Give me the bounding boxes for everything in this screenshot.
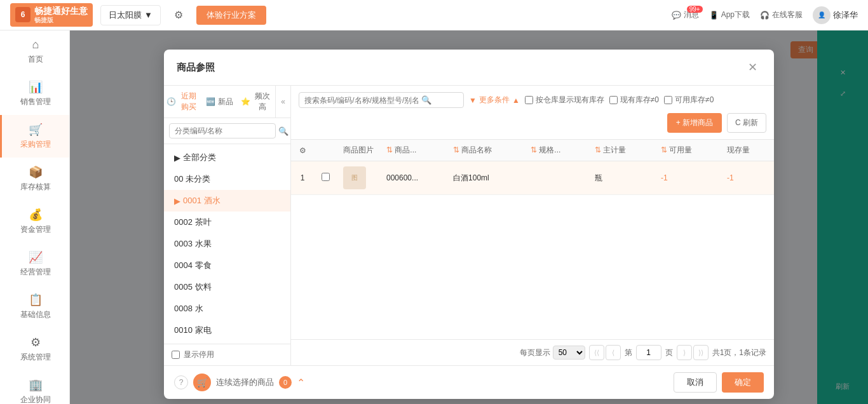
footer-buttons: 取消 确定 bbox=[674, 372, 764, 393]
right-panel: 🔍 ▼ 更多条件 ▲ 按仓库显示现有库存 bbox=[291, 86, 774, 365]
per-page-select[interactable]: 50 10 20 100 bbox=[553, 346, 585, 360]
col-settings[interactable]: ⚙ bbox=[291, 140, 314, 161]
row-code: 000600... bbox=[380, 161, 447, 195]
cancel-button[interactable]: 取消 bbox=[674, 372, 717, 393]
modal-overlay: 商品参照 ✕ 🕒 近期购买 🆕 bbox=[70, 30, 868, 404]
product-thumbnail: 图 bbox=[343, 166, 366, 189]
category-search-icon[interactable]: 🔍 bbox=[278, 126, 288, 136]
col-spec[interactable]: ⇅ 规格... bbox=[524, 140, 588, 161]
collapse-arrow-icon[interactable]: ⌃ bbox=[297, 377, 305, 389]
settings-icon[interactable]: ⚙ bbox=[168, 5, 189, 25]
cart-icon[interactable]: 🛒 bbox=[193, 374, 211, 391]
main-layout: ⌂ 首页 📊 销售管理 🛒 采购管理 📦 库存核算 💰 资金管理 📈 经营管理 … bbox=[0, 30, 868, 404]
basic-icon: 📋 bbox=[29, 293, 43, 307]
pagination: 每页显示 50 10 20 100 ⟨⟨ ⟨ bbox=[291, 339, 774, 365]
category-list: ▶ 全部分类 00 未分类 ▶ 0001 酒水 0002 茶 bbox=[164, 144, 290, 344]
category-search-input[interactable] bbox=[169, 123, 276, 138]
category-0003[interactable]: 0003 水果 bbox=[164, 233, 290, 255]
checkbox-warehouse-stock[interactable]: 按仓库显示现有库存 bbox=[525, 95, 604, 105]
online-service[interactable]: 🎧 在线客服 bbox=[760, 10, 803, 20]
sort-icon-name: ⇅ bbox=[453, 145, 459, 154]
tab-new[interactable]: 🆕 新品 bbox=[201, 86, 238, 118]
sidebar-item-enterprise[interactable]: 🏢 企业协同 bbox=[0, 370, 69, 404]
sidebar-item-basic[interactable]: 📋 基础信息 bbox=[0, 285, 69, 328]
sort-icon-available: ⇅ bbox=[661, 145, 667, 154]
row-spec bbox=[524, 161, 588, 195]
checkbox-available-stock[interactable]: 现有库存≠0 bbox=[609, 95, 659, 105]
filter-icon: ▼ bbox=[469, 96, 477, 105]
cart-area: ? 🛒 连续选择的商品 0 ⌃ bbox=[174, 374, 667, 391]
table-row[interactable]: 1 图 000600... 白酒100ml 瓶 -1 -1 bbox=[291, 161, 774, 195]
dialog: 商品参照 ✕ 🕒 近期购买 🆕 bbox=[164, 50, 774, 399]
page-number-input[interactable] bbox=[636, 345, 661, 360]
product-search-input[interactable] bbox=[304, 96, 419, 105]
sidebar-item-sales[interactable]: 📊 销售管理 bbox=[0, 72, 69, 115]
sidebar-item-stock[interactable]: 📦 库存核算 bbox=[0, 158, 69, 200]
logo-icon: 6 bbox=[15, 7, 31, 22]
more-filter-button[interactable]: ▼ 更多条件 ▲ bbox=[469, 95, 520, 105]
logo: 6 畅捷通好生意 畅捷版 bbox=[10, 3, 93, 27]
category-0002[interactable]: 0002 茶叶 bbox=[164, 212, 290, 233]
chevron-down-icon: ▼ bbox=[144, 10, 153, 20]
enterprise-icon: 🏢 bbox=[29, 378, 43, 392]
sidebar-item-purchase[interactable]: 🛒 采购管理 bbox=[0, 115, 69, 158]
help-icon[interactable]: ? bbox=[174, 375, 188, 389]
row-available: -1 bbox=[654, 161, 721, 195]
company-dropdown[interactable]: 日太阳膜 ▼ bbox=[100, 5, 161, 25]
show-disabled-checkbox[interactable] bbox=[172, 351, 180, 359]
left-search-area: 🔍 bbox=[164, 118, 290, 144]
sidebar-item-home[interactable]: ⌂ 首页 bbox=[0, 30, 69, 72]
message-icon[interactable]: 💬 消息 99+ bbox=[672, 10, 699, 20]
recent-icon: 🕒 bbox=[166, 97, 176, 106]
trial-button[interactable]: 体验行业方案 bbox=[196, 6, 266, 25]
col-unit[interactable]: ⇅ 主计量 bbox=[588, 140, 654, 161]
collapse-button[interactable]: « bbox=[275, 86, 290, 118]
page-size-selector: 每页显示 50 10 20 100 bbox=[520, 346, 585, 360]
expand-arrow-icon: ▶ bbox=[174, 153, 180, 163]
tab-frequent[interactable]: ⭐ 频次高 bbox=[238, 86, 275, 118]
logo-text: 畅捷通好生意 畅捷版 bbox=[34, 6, 88, 24]
category-0005[interactable]: 0005 饮料 bbox=[164, 276, 290, 298]
category-0008[interactable]: 0008 水 bbox=[164, 298, 290, 320]
sales-icon: 📊 bbox=[29, 80, 43, 94]
sidebar-item-system[interactable]: ⚙ 系统管理 bbox=[0, 328, 69, 370]
page-total-info: 共1页，1条记录 bbox=[712, 347, 766, 358]
sort-icon: ⇅ bbox=[386, 145, 393, 154]
category-0010[interactable]: 0010 家电 bbox=[164, 320, 290, 341]
row-checkbox[interactable] bbox=[314, 161, 337, 195]
dialog-close-button[interactable]: ✕ bbox=[743, 58, 761, 76]
first-page-button[interactable]: ⟨⟨ bbox=[589, 345, 604, 360]
refresh-button[interactable]: C 刷新 bbox=[727, 113, 766, 133]
next-page-button[interactable]: ⟩ bbox=[677, 345, 692, 360]
left-panel: 🕒 近期购买 🆕 新品 ⭐ 频次高 « bbox=[164, 86, 291, 365]
row-unit: 瓶 bbox=[588, 161, 654, 195]
sort-icon-unit: ⇅ bbox=[595, 145, 601, 154]
category-00[interactable]: 00 未分类 bbox=[164, 168, 290, 190]
add-product-button[interactable]: + 新增商品 bbox=[667, 113, 722, 133]
col-available[interactable]: ⇅ 可用量 bbox=[654, 140, 721, 161]
business-icon: 📈 bbox=[29, 250, 43, 264]
sort-icon-spec: ⇅ bbox=[531, 145, 537, 154]
checkbox-usable-stock[interactable]: 可用库存≠0 bbox=[664, 95, 714, 105]
last-page-button[interactable]: ⟩⟩ bbox=[693, 345, 709, 360]
home-icon: ⌂ bbox=[32, 38, 39, 51]
category-all[interactable]: ▶ 全部分类 bbox=[164, 147, 290, 168]
toolbar: 🔍 ▼ 更多条件 ▲ 按仓库显示现有库存 bbox=[291, 86, 774, 140]
category-0004[interactable]: 0004 零食 bbox=[164, 255, 290, 276]
topbar: 6 畅捷通好生意 畅捷版 日太阳膜 ▼ ⚙ 体验行业方案 💬 消息 99+ 📱 … bbox=[0, 0, 868, 30]
category-0001[interactable]: ▶ 0001 酒水 bbox=[164, 190, 290, 212]
table-body: 1 图 000600... 白酒100ml 瓶 -1 -1 bbox=[291, 161, 774, 195]
sidebar-item-business[interactable]: 📈 经营管理 bbox=[0, 243, 69, 285]
confirm-button[interactable]: 确定 bbox=[722, 372, 764, 393]
col-name[interactable]: ⇅ 商品名称 bbox=[447, 140, 524, 161]
user-menu[interactable]: 👤 徐泽华 bbox=[813, 6, 858, 24]
product-search-icon[interactable]: 🔍 bbox=[421, 95, 431, 105]
tab-recent[interactable]: 🕒 近期购买 bbox=[164, 86, 201, 118]
show-disabled-area: 显示停用 bbox=[164, 344, 290, 365]
prev-page-button[interactable]: ⟨ bbox=[606, 345, 621, 360]
col-code[interactable]: ⇅ 商品... bbox=[380, 140, 447, 161]
sidebar-item-finance[interactable]: 💰 资金管理 bbox=[0, 200, 69, 243]
row-img: 图 bbox=[337, 161, 380, 195]
purchase-icon: 🛒 bbox=[29, 123, 43, 137]
app-download[interactable]: 📱 App下载 bbox=[709, 10, 750, 20]
